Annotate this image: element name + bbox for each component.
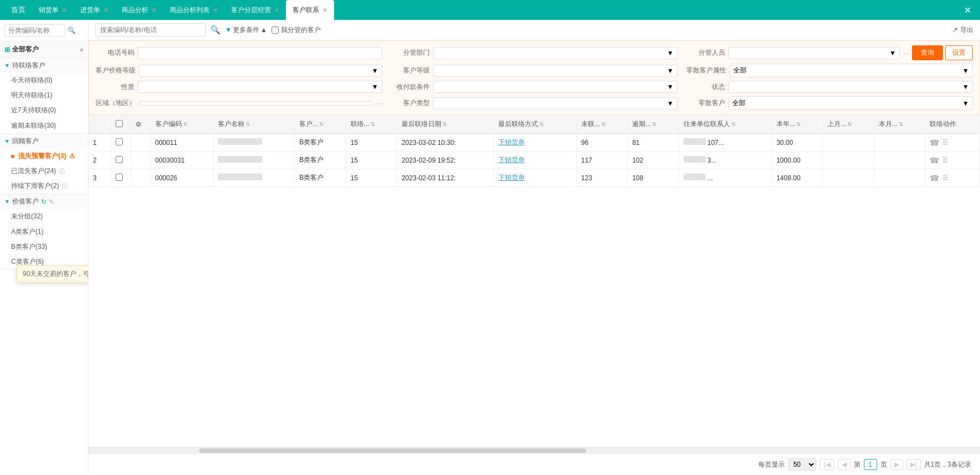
- nav-tab-purchase[interactable]: 进货单 ✕: [74, 0, 115, 20]
- th-code[interactable]: 客户编码⇅: [150, 115, 213, 134]
- sidebar-group-value-title[interactable]: ▼ 价值客户 ↻ ✎: [0, 194, 88, 209]
- blurred-name: [218, 138, 262, 145]
- td-last-contact-method[interactable]: 下销货单: [493, 134, 576, 152]
- dept-select[interactable]: ▼: [433, 47, 677, 59]
- nav-tab-customer-contact[interactable]: 客户联系 ✕: [286, 0, 334, 20]
- scrollbar-thumb[interactable]: [199, 448, 586, 453]
- region-select[interactable]: [139, 101, 373, 106]
- nav-home[interactable]: 首页: [4, 5, 32, 15]
- nature-select[interactable]: ▼: [138, 81, 382, 93]
- sort-icon: ⇅: [183, 121, 187, 127]
- sidebar-search-input[interactable]: [4, 24, 65, 36]
- my-customers-checkbox[interactable]: [272, 27, 279, 34]
- arrow-down-icon: ▼: [4, 138, 10, 144]
- retail-attr-select[interactable]: 全部 ▼: [729, 64, 973, 77]
- close-icon[interactable]: ✕: [274, 7, 279, 14]
- nav-tab-analysis[interactable]: 商品分析 ✕: [115, 0, 163, 20]
- nav-tab-analysis-list[interactable]: 商品分析列表 ✕: [163, 0, 225, 20]
- more-actions-icon[interactable]: ⠿: [942, 156, 948, 165]
- td-last-contact-method[interactable]: 下销货单: [493, 169, 576, 187]
- next-page-button[interactable]: ▶: [890, 459, 903, 470]
- nav-tab-customer-tier[interactable]: 客户分层经营 ✕: [225, 0, 286, 20]
- manager-dots[interactable]: ···: [903, 49, 909, 57]
- th-last-month[interactable]: 上月...⇅: [823, 115, 874, 134]
- horizontal-scrollbar[interactable]: [88, 447, 980, 453]
- contact-method-link[interactable]: 下销货单: [498, 156, 525, 164]
- sidebar-item-churned[interactable]: 已流失客户(24) ⓘ: [0, 164, 88, 179]
- select-all-checkbox[interactable]: [116, 120, 123, 127]
- refresh-icon[interactable]: ↻: [41, 198, 46, 206]
- row-checkbox[interactable]: [116, 138, 123, 145]
- sidebar-item-ungrouped[interactable]: 未分组(32): [0, 209, 88, 224]
- retail-customer-select[interactable]: 全部 ▼: [728, 96, 973, 110]
- sidebar-group-review-title[interactable]: ▼ 回顾客户: [0, 134, 88, 149]
- sidebar-item-class-b[interactable]: B类客户(33): [0, 239, 88, 254]
- status-select[interactable]: ▼: [728, 81, 973, 93]
- th-checkbox[interactable]: [111, 115, 131, 134]
- region-dots[interactable]: ···: [377, 100, 382, 107]
- sidebar-item-class-a[interactable]: A类客户(1): [0, 225, 88, 239]
- contact-icon[interactable]: ☎: [930, 156, 939, 165]
- close-icon[interactable]: ✕: [152, 7, 157, 14]
- th-contact[interactable]: 联络...⇅: [346, 115, 397, 134]
- my-customers-filter[interactable]: 我分管的客户: [272, 25, 321, 35]
- td-checkbox[interactable]: [111, 134, 131, 152]
- contact-method-link[interactable]: 下销货单: [498, 174, 525, 181]
- close-icon[interactable]: ✕: [62, 7, 67, 14]
- contact-icon[interactable]: ☎: [930, 174, 939, 182]
- sidebar-item-overdue[interactable]: 逾期未联络(30): [0, 118, 88, 133]
- per-page-select[interactable]: 50 100 200: [788, 458, 816, 471]
- contact-method-link[interactable]: 下销货单: [498, 138, 525, 146]
- manager-select[interactable]: ▼: [728, 47, 900, 59]
- export-button[interactable]: ↗ 导出: [952, 25, 973, 35]
- th-uncontacted[interactable]: 未联...⇅: [576, 115, 627, 134]
- nav-tab-sales[interactable]: 销货单 ✕: [32, 0, 74, 20]
- search-button[interactable]: 🔍: [210, 25, 221, 35]
- close-icon[interactable]: ✕: [103, 7, 108, 14]
- customer-level-select[interactable]: ▼: [433, 65, 677, 77]
- th-last-contact-method[interactable]: 最后联络方式⇅: [493, 115, 576, 134]
- th-settings[interactable]: ⚙: [131, 115, 150, 134]
- th-type[interactable]: 客户...⇅: [295, 115, 346, 134]
- row-checkbox[interactable]: [116, 156, 123, 163]
- more-actions-icon[interactable]: ⠿: [942, 174, 948, 182]
- sidebar-item-today[interactable]: 今天待联络(0): [0, 73, 88, 88]
- th-this-month[interactable]: 本月...⇅: [874, 115, 925, 134]
- query-button[interactable]: 查询: [912, 45, 943, 60]
- setting-button[interactable]: 设置: [945, 45, 973, 60]
- td-last-contact-method[interactable]: 下销货单: [493, 152, 576, 169]
- th-last-contact-date[interactable]: 最后联络日期⇅: [397, 115, 493, 134]
- close-icon[interactable]: ✕: [213, 7, 218, 14]
- collapse-icon[interactable]: «: [80, 46, 84, 54]
- td-checkbox[interactable]: [111, 152, 131, 169]
- first-page-button[interactable]: |◀: [820, 459, 834, 470]
- prev-page-button[interactable]: ◀: [838, 459, 851, 470]
- window-close-button[interactable]: ✕: [960, 5, 976, 15]
- sidebar-search-icon[interactable]: 🔍: [67, 27, 76, 34]
- sidebar-item-tomorrow[interactable]: 明天待联络(1): [0, 88, 88, 103]
- per-page-label: 每页显示: [758, 460, 785, 469]
- sidebar-item-churn-warning[interactable]: 流失预警客户(3) ⚠: [0, 149, 88, 164]
- td-checkbox[interactable]: [111, 169, 131, 187]
- th-unit-contact[interactable]: 往来单位联系人⇅: [679, 115, 772, 134]
- sidebar-item-declining[interactable]: 持续下滑客户(2) ⓘ: [0, 179, 88, 194]
- search-input[interactable]: [95, 23, 206, 36]
- price-level-select[interactable]: ▼: [139, 65, 382, 77]
- td-last-contact-date: 2023-03-02 10:30:: [397, 134, 493, 152]
- more-actions-icon[interactable]: ⠿: [942, 138, 948, 147]
- more-conditions-button[interactable]: ▼ 更多条件 ▲: [225, 25, 267, 35]
- th-overdue[interactable]: 逾期...⇅: [628, 115, 679, 134]
- phone-input[interactable]: [138, 47, 382, 59]
- sidebar-group-pending-title[interactable]: ▼ 待联络客户: [0, 58, 88, 73]
- th-this-year[interactable]: 本年...⇅: [772, 115, 822, 134]
- payment-select[interactable]: ▼: [433, 81, 677, 93]
- close-icon[interactable]: ✕: [322, 7, 327, 14]
- customer-type-select[interactable]: ▼: [433, 97, 677, 109]
- contact-icon[interactable]: ☎: [930, 138, 939, 147]
- all-customers-header[interactable]: ⊞ 全部客户 «: [0, 41, 88, 58]
- th-name[interactable]: 客户名称⇅: [213, 115, 295, 134]
- last-page-button[interactable]: ▶|: [906, 459, 921, 470]
- row-checkbox[interactable]: [116, 174, 123, 181]
- sidebar-item-7days[interactable]: 近7天待联络(0): [0, 103, 88, 118]
- edit-icon[interactable]: ✎: [49, 198, 54, 206]
